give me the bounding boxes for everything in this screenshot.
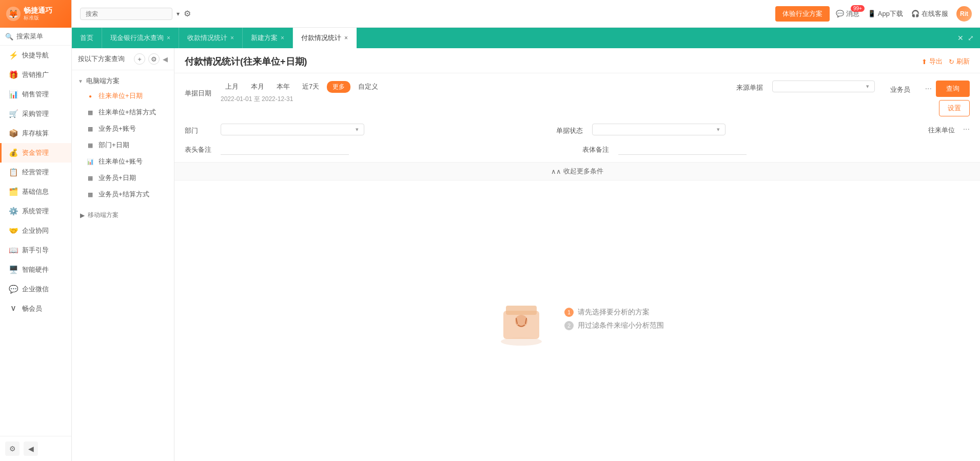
sidebar-item-guide[interactable]: 📖 新手引导 <box>0 240 71 260</box>
tab-home[interactable]: 首页 <box>72 28 102 48</box>
sidebar-collapse-icon[interactable]: ◀ <box>24 442 38 456</box>
refresh-button[interactable]: ↻ 刷新 <box>949 57 970 66</box>
scheme-panel: 按以下方案查询 + ⚙ ◀ ▼ 电脑端方案 ● 往来单位+日期 ▦ <box>72 48 174 461</box>
notifications-badge: 99+ <box>851 5 865 12</box>
date-btn-last-month[interactable]: 上月 <box>221 81 243 93</box>
user-avatar[interactable]: Rit <box>956 6 972 22</box>
sidebar-item-label: 畅会员 <box>22 304 42 313</box>
tab-payment[interactable]: 付款情况统计 × <box>293 28 357 48</box>
scheme-item-label: 业务员+账号 <box>99 124 136 133</box>
scheme-header-actions: + ⚙ ◀ <box>134 53 168 65</box>
tab-maximize-icon[interactable]: ⤢ <box>968 34 974 42</box>
header-gear-icon[interactable]: ⚙ <box>184 9 191 18</box>
sidebar-item-cooperation[interactable]: 🤝 企业协同 <box>0 221 71 240</box>
sidebar-settings-icon[interactable]: ⚙ <box>5 442 19 456</box>
scheme-item-staff-date[interactable]: ▦ 业务员+日期 <box>72 170 174 186</box>
desktop-group-title[interactable]: ▼ 电脑端方案 <box>72 74 174 88</box>
date-btn-this-year[interactable]: 本年 <box>272 81 295 93</box>
scheme-item-counterpart-settle[interactable]: ▦ 往来单位+结算方式 <box>72 104 174 121</box>
header-dropdown-arrow[interactable]: ▾ <box>177 10 180 17</box>
page-header: 付款情况统计(往来单位+日期) ⬆ 导出 ↻ 刷新 <box>174 48 980 73</box>
tab-new-scheme[interactable]: 新建方案 × <box>243 28 293 48</box>
counterpart-ellipsis[interactable]: ··· <box>963 125 970 134</box>
tab-receipt[interactable]: 收款情况统计 × <box>179 28 243 48</box>
bank-tab-close[interactable]: × <box>167 34 170 42</box>
mobile-group-title[interactable]: ▶ 移动端方案 <box>72 209 174 222</box>
search-menu[interactable]: 🔍 搜索菜单 <box>0 28 71 46</box>
settings-button[interactable]: 设置 <box>939 100 970 116</box>
sidebar-item-hardware[interactable]: 🖥️ 智能硬件 <box>0 260 71 279</box>
sidebar-item-label: 新手引导 <box>22 246 49 255</box>
date-btn-more[interactable]: 更多 <box>327 81 350 93</box>
main-content: ▾ ⚙ 体验行业方案 💬 消息 99+ 📱 App下载 🎧 在线客服 Rit 首… <box>72 0 980 461</box>
collapse-bar: ∧∧ 收起更多条件 <box>174 163 980 181</box>
date-btn-7days[interactable]: 近7天 <box>298 81 324 93</box>
new-scheme-tab-label: 新建方案 <box>251 33 278 43</box>
cooperation-icon: 🤝 <box>9 226 18 235</box>
sidebar-item-basic[interactable]: 🗂️ 基础信息 <box>0 182 71 202</box>
sidebar-item-wechat[interactable]: 💬 企业微信 <box>0 279 71 299</box>
receipt-tab-label: 收款情况统计 <box>187 33 227 43</box>
sidebar-item-system[interactable]: ⚙️ 系统管理 <box>0 202 71 221</box>
voucher-status-select[interactable]: ▾ <box>592 124 726 135</box>
header-search-input[interactable] <box>80 8 172 20</box>
date-range-display: 2022-01-01 至 2022-12-31 <box>221 95 383 104</box>
scheme-item-dept-date[interactable]: ▦ 部门+日期 <box>72 137 174 153</box>
top-header: ▾ ⚙ 体验行业方案 💬 消息 99+ 📱 App下载 🎧 在线客服 Rit <box>72 0 980 28</box>
scheme-item-staff-settle[interactable]: ▦ 业务员+结算方式 <box>72 186 174 203</box>
online-service-item[interactable]: 🎧 在线客服 <box>911 9 948 18</box>
scheme-add-button[interactable]: + <box>134 53 145 65</box>
scheme-collapse-button[interactable]: ◀ <box>163 55 168 63</box>
table-body-note-input[interactable] <box>618 143 747 155</box>
sidebar-item-label: 快捷导航 <box>22 51 49 60</box>
scheme-item-counterpart-date[interactable]: ● 往来单位+日期 <box>72 88 174 104</box>
empty-step-2: 2 用过滤条件来缩小分析范围 <box>564 321 664 330</box>
empty-illustration <box>491 295 552 347</box>
sidebar-item-purchase[interactable]: 🛒 采购管理 <box>0 104 71 124</box>
sidebar-item-marketing[interactable]: 🎁 营销推广 <box>0 65 71 85</box>
receipt-tab-close[interactable]: × <box>230 34 234 42</box>
tab-close-all-icon[interactable]: ✕ <box>957 34 964 42</box>
sidebar-item-operations[interactable]: 📋 经营管理 <box>0 163 71 182</box>
sidebar-bottom: ⚙ ◀ <box>0 436 71 461</box>
header-breadcrumb: ▾ ⚙ <box>80 8 769 20</box>
quicknav-icon: ⚡ <box>9 51 18 60</box>
scheme-settings-button[interactable]: ⚙ <box>148 53 160 65</box>
search-menu-label: 搜索菜单 <box>16 32 43 41</box>
content-area: 按以下方案查询 + ⚙ ◀ ▼ 电脑端方案 ● 往来单位+日期 ▦ <box>72 48 980 461</box>
scheme-item-counterpart-account[interactable]: 📊 往来单位+账号 <box>72 153 174 170</box>
basic-icon: 🗂️ <box>9 187 18 196</box>
scheme-item-label: 往来单位+账号 <box>99 157 143 166</box>
tab-bar: 首页 现金银行流水查询 × 收款情况统计 × 新建方案 × 付款情况统计 × ✕… <box>72 28 980 48</box>
sidebar-item-vip[interactable]: V 畅会员 <box>0 299 71 318</box>
export-button[interactable]: ⬆ 导出 <box>922 57 943 66</box>
notifications-item[interactable]: 💬 消息 99+ <box>836 9 859 18</box>
tab-bank[interactable]: 现金银行流水查询 × <box>102 28 179 48</box>
filter-row-1: 单据日期 上月 本月 本年 近7天 更多 自定义 2022-01-01 至 20… <box>185 81 970 116</box>
filter-area: 单据日期 上月 本月 本年 近7天 更多 自定义 2022-01-01 至 20… <box>174 73 980 163</box>
scheme-item-label: 往来单位+结算方式 <box>99 108 156 117</box>
query-button[interactable]: 查询 <box>936 81 970 97</box>
date-btn-custom[interactable]: 自定义 <box>354 81 383 93</box>
sidebar-item-inventory[interactable]: 📦 库存核算 <box>0 124 71 143</box>
source-select[interactable]: ▾ <box>772 81 875 92</box>
sidebar-item-funds[interactable]: 💰 资金管理 <box>0 143 71 163</box>
scheme-item-icon-4: ▦ <box>86 141 94 149</box>
date-btn-this-month[interactable]: 本月 <box>246 81 269 93</box>
table-head-note-group: 表头备注 <box>185 143 572 155</box>
dept-select[interactable]: ▾ <box>221 124 364 135</box>
new-scheme-tab-close[interactable]: × <box>281 34 284 42</box>
collapse-more-button[interactable]: ∧∧ 收起更多条件 <box>551 167 603 176</box>
sidebar-item-sales[interactable]: 📊 销售管理 <box>0 85 71 104</box>
online-service-label: 在线客服 <box>922 9 948 18</box>
table-head-note-label: 表头备注 <box>185 143 215 154</box>
scheme-item-label: 业务员+结算方式 <box>99 190 149 199</box>
salesperson-ellipsis[interactable]: ··· <box>925 84 932 93</box>
trial-button[interactable]: 体验行业方案 <box>775 6 830 22</box>
scheme-item-staff-account[interactable]: ▦ 业务员+账号 <box>72 121 174 137</box>
payment-tab-close[interactable]: × <box>344 34 348 42</box>
sidebar-item-quicknav[interactable]: ⚡ 快捷导航 <box>0 46 71 65</box>
empty-step-2-label: 用过滤条件来缩小分析范围 <box>578 321 664 330</box>
app-download-item[interactable]: 📱 App下载 <box>868 9 903 18</box>
table-head-note-input[interactable] <box>221 143 349 155</box>
